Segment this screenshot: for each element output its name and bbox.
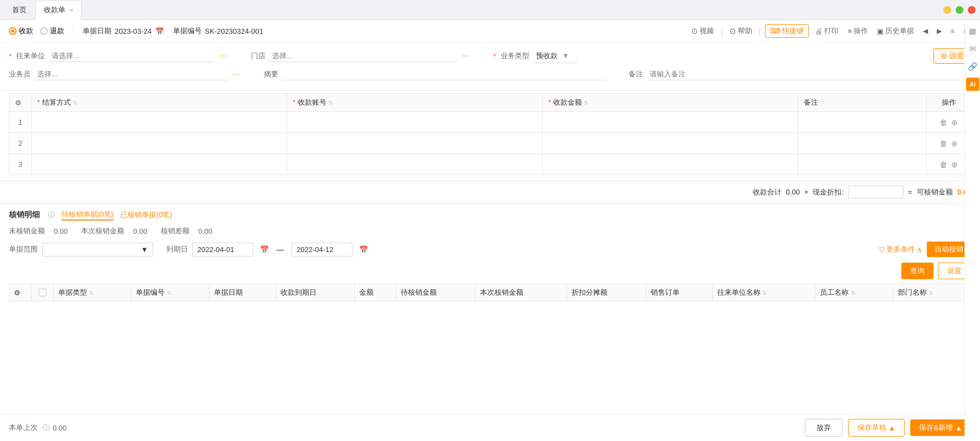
window-minimize[interactable] [943,6,951,14]
row-3-delete-icon[interactable]: 🗑 [940,160,947,169]
sidebar-mail-icon[interactable]: ✉ [966,42,979,55]
staff-input[interactable] [34,68,227,80]
print-btn[interactable]: 🖨 打印 [813,25,841,37]
list-layout-btn[interactable]: ≡ [948,26,957,36]
sort-account-icon[interactable]: ⇅ [328,100,333,106]
radio-refund[interactable]: 退款 [40,26,64,36]
row-1-note[interactable] [798,112,926,133]
row-1-settlement[interactable] [32,112,287,133]
row-2-delete-icon[interactable]: 🗑 [940,139,947,148]
th-ops-label: 操作 [942,98,956,106]
shortcut-btn[interactable]: ⌨ 快捷键 [765,24,809,38]
bth-checkbox [32,284,54,301]
store-more-btn[interactable]: ··· [460,51,471,61]
biz-type-arrow: ▼ [562,52,569,60]
row-3-account[interactable] [287,154,542,175]
operation-btn[interactable]: ≡ 操作 [845,25,870,37]
date-from-input[interactable] [192,243,253,257]
window-close[interactable] [968,6,976,14]
bottom-amount-info-icon[interactable]: ⓘ [43,423,49,433]
staff-more-btn[interactable]: ··· [230,69,242,79]
query-btn[interactable]: 查询 [901,263,933,279]
row-1-delete-icon[interactable]: 🗑 [940,118,947,127]
stat-diff-label: 核销差额 [161,226,190,236]
row-2-copy-icon[interactable]: ⊕ [951,139,958,148]
sort-number-icon[interactable]: ⇅ [167,290,171,296]
row-1-amount[interactable] [542,112,798,133]
calendar-from-icon[interactable]: 📅 [260,245,269,254]
range-select[interactable]: ▼ [42,243,153,257]
row-3-amount[interactable] [542,154,798,175]
tab-receipt-close[interactable]: × [70,7,73,13]
note-input[interactable] [646,68,971,80]
counterparty-input[interactable] [48,50,214,62]
row-1-copy-icon[interactable]: ⊕ [951,118,958,127]
discount-input[interactable] [848,186,904,198]
row-2-amount[interactable] [542,133,798,154]
sidebar-table-icon[interactable]: ▦ [966,24,979,38]
note-label: 备注 [629,69,643,79]
video-btn[interactable]: ⊙ 视频 [689,25,716,37]
radio-refund-circle [40,27,48,35]
select-all-checkbox[interactable] [39,289,47,296]
sidebar-ai-icon[interactable]: Ai [966,78,979,91]
verify-tab-done[interactable]: 已核销单据(0笔) [120,210,172,220]
th-gear[interactable]: ⚙ [9,94,32,112]
store-input[interactable] [269,50,456,62]
row-3-copy-icon[interactable]: ⊕ [951,160,958,169]
stat-current-label: 本次核销金额 [81,226,124,236]
window-maximize[interactable] [956,6,963,14]
bth-discount: 折扣分摊额 [567,284,646,301]
bth-number-label: 单据编号 [136,288,165,296]
bottom-gear-icon[interactable]: ⚙ [14,289,21,297]
prev-layout-btn[interactable]: ◀ [921,26,930,36]
calendar-to-icon[interactable]: 📅 [359,245,368,254]
help-btn[interactable]: ⊙ 帮助 [727,25,754,37]
row-1-account[interactable] [287,112,542,133]
save-draft-arrow-icon: ▲ [889,424,896,432]
calendar-icon[interactable]: 📅 [155,27,164,35]
row-3-note[interactable] [798,154,926,175]
summary-row: 收款合计 0.00 + 现金折扣: = 可核销金额 0.00 [0,181,980,203]
bth-gear[interactable]: ⚙ [9,284,32,301]
radio-receipt-circle [9,27,17,35]
history-btn[interactable]: ▣ 历史单据 [875,25,916,37]
next-layout-btn[interactable]: ▶ [935,26,944,36]
biz-type-req: * [493,52,496,60]
sort-amount-icon[interactable]: ⇅ [584,100,588,106]
tab-receipt[interactable]: 收款单 × [35,0,81,20]
row-2-settlement[interactable] [32,133,287,154]
row-num-3: 3 [9,154,32,175]
sort-type-icon[interactable]: ⇅ [89,290,94,296]
sort-staff-icon[interactable]: ⇅ [851,290,855,296]
row-3-settlement[interactable] [32,154,287,175]
more-filter-link[interactable]: ▽ 更多条件 ∧ [879,244,922,254]
form-section: * 往来单位 ··· 门店 ··· * 业务类型 预收款 ▼ [0,43,980,91]
row-2-note[interactable] [798,133,926,154]
gear-icon[interactable]: ⚙ [15,99,22,107]
row-2-account[interactable] [287,133,542,154]
tab-home-label: 首页 [12,5,27,15]
save-draft-btn[interactable]: 保存草稿 ▲ [848,419,905,437]
verify-stats: 未核销金额 0.00 本次核销金额 0.00 核销差额 0.00 [9,226,971,236]
date-range-dash: — [277,245,284,254]
discard-btn[interactable]: 放弃 [805,419,843,437]
sort-settlement-icon[interactable]: ⇅ [73,100,77,106]
biz-type-select[interactable]: 预收款 ▼ [533,49,577,63]
radio-receipt[interactable]: 收款 [9,26,33,36]
sort-counterparty-icon[interactable]: ⇅ [762,290,767,296]
sidebar-link-icon[interactable]: 🔗 [966,60,979,73]
date-to-input[interactable] [292,243,353,257]
tab-home[interactable]: 首页 [4,0,34,20]
bth-current-label: 本次核销金额 [480,288,523,296]
counterparty-more-btn[interactable]: ··· [217,51,229,61]
save-new-btn[interactable]: 保存&新增 ▲ [910,419,971,436]
stat-unverified-label: 未核销金额 [9,226,45,236]
verify-tab-pending[interactable]: 待核销单据(0笔) [62,209,114,221]
summary-input[interactable] [282,68,606,80]
verify-info-icon[interactable]: ⓘ [48,211,55,220]
toolbar: 收款 退款 单据日期 2023-03-24 📅 单据编号 SK-20230324… [0,20,980,43]
bth-dept-label: 部门名称 [898,288,927,296]
sort-dept-icon[interactable]: ⇅ [928,290,933,296]
settings-label: 设置 [950,51,964,61]
